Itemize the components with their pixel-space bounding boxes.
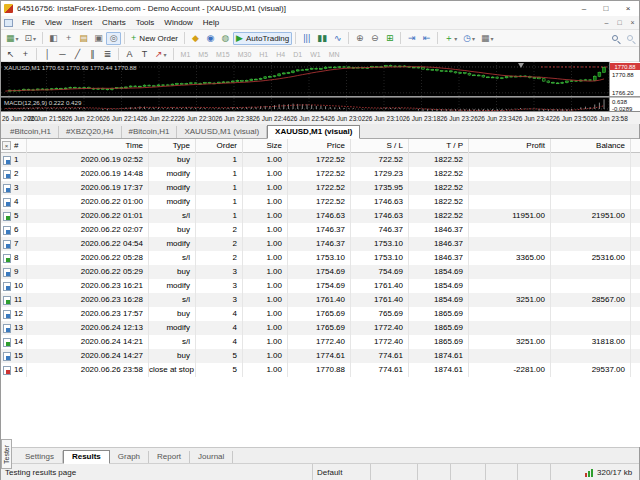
menu-window[interactable]: Window [159,18,197,27]
indicators-button[interactable]: ＋▾ [441,32,460,45]
help-button[interactable]: ◍ [218,32,233,45]
panel-close-icon[interactable]: × [2,141,11,150]
terminal-button[interactable]: ▣ [91,32,106,45]
column-header-price[interactable]: Price [288,139,351,153]
table-row[interactable]: 62020.06.22 02:07buy21.001746.37746.3718… [1,223,640,237]
status-profile[interactable]: Default [313,464,371,480]
chart-tab[interactable]: #Bitcoin,H1 [3,126,59,138]
tab-settings[interactable]: Settings [17,451,63,463]
tab-results[interactable]: Results [63,450,110,464]
strategy-tester-button[interactable]: ◎ [106,32,121,45]
table-row[interactable]: 72020.06.22 04:54modify21.001746.371753.… [1,237,640,251]
timeframe-m15-button[interactable]: M15 [212,48,234,60]
timeframe-mn-button[interactable]: MN [325,48,344,60]
cell-size: 1.00 [243,307,288,321]
column-header-type[interactable]: Type [149,139,196,153]
minimize-button[interactable]: – [573,2,595,16]
vertical-line-button[interactable]: │ [40,48,55,61]
mql5-button[interactable]: ◉ [203,32,218,45]
menu-charts[interactable]: Charts [97,18,131,27]
cell-num: 5 [1,209,27,223]
tile-windows-button[interactable]: ⊞ [382,32,397,45]
text-button[interactable]: A [122,48,137,61]
market-watch-button[interactable]: ◧ [46,32,61,45]
table-row[interactable]: 82020.06.22 05:28s/l21.001753.101753.101… [1,251,640,265]
profiles-icon: ⊡ [25,34,33,43]
table-row[interactable]: 162020.06.26 23:58close at stop51.001770… [1,363,640,377]
table-row[interactable]: 32020.06.19 17:37modify11.001722.521735.… [1,181,640,195]
column-header-balance[interactable]: Balance [551,139,631,153]
child-restore-button[interactable]: □ [613,19,626,26]
community-search-button[interactable] [622,32,637,45]
table-row[interactable]: 92020.06.22 05:29buy31.001754.69754.6918… [1,265,640,279]
autotrading-button[interactable]: ▶AutoTrading [233,32,292,45]
trendline-button[interactable]: ╱ [70,48,85,61]
tab-report[interactable]: Report [149,451,190,463]
column-header-tp[interactable]: T / P [409,139,469,153]
cursor-button[interactable]: ↖ [3,48,18,61]
candlestick-button[interactable]: ▮▮ [314,32,330,45]
table-row[interactable]: 132020.06.24 12:13modify41.001765.691772… [1,321,640,335]
profiles-button[interactable]: ⊡▾ [22,32,40,45]
child-close-button[interactable]: × [626,19,639,26]
table-row[interactable]: 52020.06.22 01:01s/l11.001746.631746.631… [1,209,640,223]
menu-tools[interactable]: Tools [131,18,160,27]
timeframe-w1-button[interactable]: W1 [306,48,325,60]
order-number: 6 [14,223,18,237]
table-row[interactable]: 152020.06.24 14:27buy51.001774.61774.611… [1,349,640,363]
tab-journal[interactable]: Journal [190,451,233,463]
column-header-sl[interactable]: S / L [351,139,409,153]
timeframe-d1-button[interactable]: D1 [289,48,306,60]
text-label-button[interactable]: T [137,48,152,61]
timeframe-m30-button[interactable]: M30 [234,48,256,60]
close-button[interactable]: × [617,2,639,16]
new-chart-button[interactable]: ▦▾ [3,32,22,45]
metaeditor-button[interactable]: ◆ [188,32,203,45]
search-button[interactable] [607,32,622,45]
timeframe-h4-button[interactable]: H4 [272,48,289,60]
chart-tab[interactable]: XAUUSD,M1 (visual) [177,126,267,138]
templates-button[interactable]: ▦▾ [478,32,497,45]
zoom-out-button[interactable]: ⊖ [367,32,382,45]
channel-button[interactable]: ∥ [85,48,100,61]
tab-graph[interactable]: Graph [110,451,149,463]
crosshair-button[interactable]: + [18,48,33,61]
table-row[interactable]: 22020.06.19 14:48modify11.001722.521729.… [1,167,640,181]
timeframe-m5-button[interactable]: M5 [194,48,212,60]
column-header-size[interactable]: Size [243,139,288,153]
timeframe-m1-button[interactable]: M1 [177,48,195,60]
chart-tab[interactable]: #XBZQ20,H4 [59,126,122,138]
menu-file[interactable]: File [17,18,40,27]
fibonacci-button[interactable]: ≣ [100,48,115,61]
arrows-button[interactable]: ↗▾ [152,48,170,61]
line-chart-button[interactable]: ∿ [330,32,345,45]
horizontal-line-button[interactable]: ─ [55,48,70,61]
restore-button[interactable]: □ [595,2,617,16]
bar-chart-button[interactable]: ||| [299,32,314,45]
chart-tab[interactable]: #Bitcoin,H1 [122,126,178,138]
menu-insert[interactable]: Insert [67,18,97,27]
periods-button[interactable]: ◷▾ [460,32,478,45]
table-row[interactable]: 112020.06.23 16:28s/l31.001761.401761.40… [1,293,640,307]
menu-view[interactable]: View [40,18,67,27]
child-minimize-button[interactable]: – [600,19,613,26]
data-window-button[interactable]: + [61,32,76,45]
column-header-order[interactable]: Order [196,139,243,153]
chart-tab[interactable]: XAUUSD,M1 (visual) [267,125,360,139]
table-row[interactable]: 102020.06.23 16:21modify31.001754.691761… [1,279,640,293]
column-header-profit[interactable]: Profit [469,139,551,153]
new-order-button[interactable]: +New Order [128,32,181,45]
candlestick-chart[interactable]: 1770.881770.881766.200.638-0.0289XAUUSD,… [1,62,640,111]
table-row[interactable]: 12020.06.19 02:52buy11.001722.52722.5218… [1,153,640,167]
table-row[interactable]: 42020.06.22 01:00modify11.001722.521746.… [1,195,640,209]
tester-panel-caption[interactable]: Tester [1,439,12,469]
navigator-button[interactable]: ▤ [76,32,91,45]
zoom-in-button[interactable]: ⊕ [352,32,367,45]
timeframe-h1-button[interactable]: H1 [255,48,272,60]
table-row[interactable]: 142020.06.24 14:21s/l41.001772.401772.40… [1,335,640,349]
chart-shift-button[interactable]: ⇤ [419,32,434,45]
menu-help[interactable]: Help [198,18,224,27]
auto-scroll-button[interactable]: ⇥ [404,32,419,45]
table-row[interactable]: 122020.06.23 17:57buy41.001765.69765.691… [1,307,640,321]
column-header-time[interactable]: Time [27,139,149,153]
